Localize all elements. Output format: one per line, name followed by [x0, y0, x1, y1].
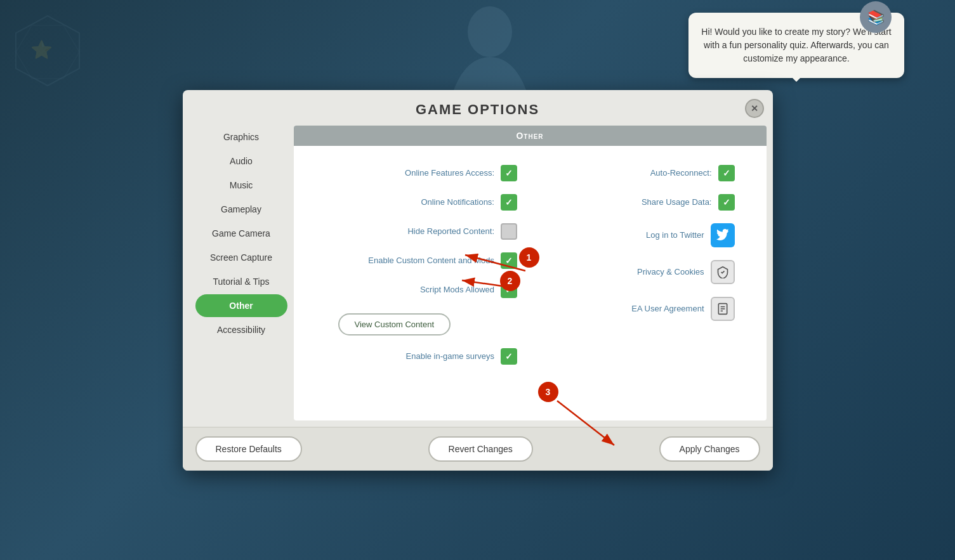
sidebar-item-audio[interactable]: Audio [195, 150, 287, 173]
setting-script-mods: Script Mods Allowed ✓ [313, 275, 530, 304]
setting-auto-reconnect: Auto-Reconnect: ✓ [530, 159, 748, 188]
label-online-notifications: Online Notifications: [421, 197, 494, 207]
content-area: Other Online Features Access: ✓ [294, 126, 767, 420]
revert-changes-button[interactable]: Revert Changes [428, 436, 533, 462]
checkbox-enable-surveys[interactable]: ✓ [501, 348, 517, 365]
label-auto-reconnect: Auto-Reconnect: [650, 168, 712, 178]
dialog-footer: Restore Defaults Revert Changes Apply Ch… [183, 427, 773, 471]
twitter-icon [716, 229, 729, 242]
setting-ea-agreement: EA User Agreement [530, 290, 748, 327]
ea-agreement-button[interactable] [711, 297, 735, 321]
checkbox-enable-custom[interactable]: ✓ [501, 252, 517, 269]
label-twitter: Log in to Twitter [646, 230, 704, 240]
label-online-features: Online Features Access: [405, 168, 494, 178]
sidebar-item-music[interactable]: Music [195, 174, 287, 197]
restore-defaults-button[interactable]: Restore Defaults [195, 436, 302, 462]
dialog-header: Game Options ✕ [183, 90, 773, 126]
dialog-body: Graphics Audio Music Gameplay Game Camer… [183, 126, 773, 427]
privacy-button[interactable] [711, 260, 735, 284]
sidebar-item-screen-capture[interactable]: Screen Capture [195, 246, 287, 269]
label-enable-surveys: Enable in-game surveys [406, 351, 494, 361]
sidebar-item-accessibility[interactable]: Accessibility [195, 318, 287, 341]
section-header: Other [294, 126, 767, 146]
label-hide-reported: Hide Reported Content: [407, 226, 494, 236]
sidebar-item-other[interactable]: Other [195, 294, 287, 317]
sidebar: Graphics Audio Music Gameplay Game Camer… [183, 126, 294, 420]
close-button[interactable]: ✕ [745, 99, 764, 118]
checkbox-auto-reconnect[interactable]: ✓ [718, 165, 735, 181]
settings-right: Auto-Reconnect: ✓ Share Usage Data: ✓ Lo… [530, 159, 748, 371]
checkbox-online-features[interactable]: ✓ [501, 165, 517, 181]
label-script-mods: Script Mods Allowed [420, 285, 494, 294]
setting-privacy: Privacy & Cookies [530, 254, 748, 290]
game-options-dialog: Game Options ✕ Graphics Audio Music Game… [183, 90, 773, 471]
shield-icon [716, 266, 729, 278]
checkbox-hide-reported[interactable] [501, 223, 517, 240]
settings-left: Online Features Access: ✓ Online Notific… [313, 159, 530, 371]
checkbox-script-mods[interactable]: ✓ [501, 282, 517, 298]
label-privacy: Privacy & Cookies [637, 267, 704, 277]
apply-changes-button[interactable]: Apply Changes [659, 436, 760, 462]
setting-enable-surveys: Enable in-game surveys ✓ [313, 342, 530, 371]
setting-online-features: Online Features Access: ✓ [313, 159, 530, 188]
setting-share-usage: Share Usage Data: ✓ [530, 188, 748, 217]
setting-online-notifications: Online Notifications: ✓ [313, 188, 530, 217]
settings-grid: Online Features Access: ✓ Online Notific… [313, 159, 748, 371]
setting-enable-custom: Enable Custom Content and Mods ✓ [313, 246, 530, 275]
setting-view-custom: View Custom Content [313, 304, 530, 342]
checkbox-share-usage[interactable]: ✓ [718, 194, 735, 211]
sidebar-item-graphics[interactable]: Graphics [195, 126, 287, 148]
checkbox-online-notifications[interactable]: ✓ [501, 194, 517, 211]
label-ea-agreement: EA User Agreement [631, 304, 704, 313]
setting-twitter: Log in to Twitter [530, 217, 748, 254]
dialog-title: Game Options [416, 101, 539, 117]
document-icon [716, 303, 729, 315]
twitter-button[interactable] [711, 223, 735, 247]
dialog-overlay: Game Options ✕ Graphics Audio Music Game… [0, 0, 955, 560]
content-inner: Online Features Access: ✓ Online Notific… [294, 146, 767, 384]
view-custom-content-button[interactable]: View Custom Content [338, 313, 451, 335]
sidebar-item-game-camera[interactable]: Game Camera [195, 222, 287, 245]
sidebar-item-tutorial-tips[interactable]: Tutorial & Tips [195, 270, 287, 293]
label-share-usage: Share Usage Data: [642, 197, 712, 207]
setting-hide-reported: Hide Reported Content: [313, 217, 530, 246]
sidebar-item-gameplay[interactable]: Gameplay [195, 198, 287, 221]
label-enable-custom: Enable Custom Content and Mods [368, 256, 494, 265]
